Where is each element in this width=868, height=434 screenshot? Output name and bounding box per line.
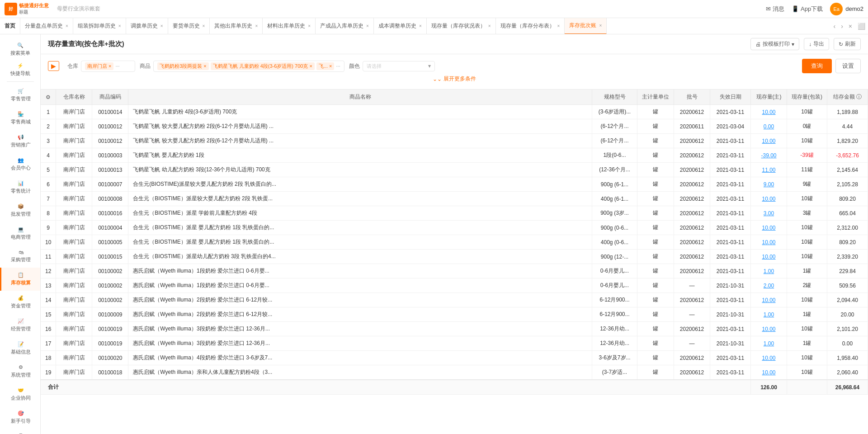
- tab-diaobo[interactable]: 调拨单历史 ×: [126, 18, 168, 34]
- tab-pici[interactable]: 库存批次账 ×: [565, 18, 607, 34]
- sidebar-item-search[interactable]: 🔍 搜索英单: [0, 39, 40, 60]
- sidebar-item-inventory[interactable]: 📋 库存核算: [0, 268, 40, 291]
- cell-unit: 罐: [637, 119, 674, 134]
- tab-fenpan-close[interactable]: ×: [66, 24, 68, 28]
- tab-zuchai-close[interactable]: ×: [118, 24, 121, 28]
- cell-expire: 2021-10-31: [710, 278, 751, 293]
- cell-stock-main[interactable]: 11.00: [751, 163, 787, 177]
- tab-xiancun-fen[interactable]: 现存量（库存分布表） ×: [496, 18, 565, 34]
- cell-stock-main[interactable]: 10.00: [751, 351, 787, 365]
- cell-stock-main[interactable]: 10.00: [751, 293, 787, 307]
- sidebar-item-ecommerce[interactable]: 💻 电商管理: [0, 222, 40, 245]
- cell-unit: 罐: [637, 105, 674, 119]
- cell-amount: 2,339.20: [827, 250, 868, 264]
- tab-pici-close[interactable]: ×: [599, 23, 602, 28]
- cell-stock-main[interactable]: 0.00: [751, 119, 787, 134]
- tab-qita[interactable]: 其他出库单历史 ×: [210, 18, 263, 34]
- tab-chengben-close[interactable]: ×: [419, 24, 422, 28]
- cell-stock-main[interactable]: 10.00: [751, 221, 787, 235]
- cell-stock-main[interactable]: 10.00: [751, 365, 787, 380]
- tab-fenpan[interactable]: 分量盘点单历史 ×: [20, 18, 73, 34]
- cell-stock-main[interactable]: 9.00: [751, 177, 787, 192]
- tab-nav-left[interactable]: ‹: [830, 23, 838, 30]
- message-btn[interactable]: ✉ 消息: [766, 5, 784, 13]
- tab-cailiao[interactable]: 材料出库单历史 ×: [263, 18, 316, 34]
- cell-unit: 罐: [637, 365, 674, 380]
- sidebar-item-corp[interactable]: 🤝 企业协同: [0, 383, 40, 406]
- sidebar-item-retail[interactable]: 🛒 零售管理: [0, 84, 40, 107]
- sidebar-item-retail-shop[interactable]: 🏪 零售商城: [0, 107, 40, 130]
- cell-stock-main[interactable]: 2.00: [751, 278, 787, 293]
- sidebar-quicknav-label: 快捷导航: [10, 70, 30, 77]
- sidebar-item-operation[interactable]: 📈 经营管理: [0, 314, 40, 337]
- th-settings[interactable]: ⚙: [41, 90, 56, 105]
- sidebar-item-guide[interactable]: 🎯 新手引导: [0, 406, 40, 429]
- cell-stock-main[interactable]: 10.00: [751, 192, 787, 206]
- tab-xiancun-zhuang-close[interactable]: ×: [488, 24, 491, 28]
- product-tag-2-remove[interactable]: ×: [309, 63, 312, 69]
- refresh-btn[interactable]: ↻ 刷新: [834, 38, 861, 50]
- tab-yaohuo[interactable]: 要货单历史 ×: [168, 18, 210, 34]
- cell-name: 惠氏启赋（Wyeth illuma）2段奶粉 爱尔兰进口 6-12月较...: [128, 293, 592, 307]
- tab-diaobo-close[interactable]: ×: [160, 24, 163, 28]
- cell-stock-main[interactable]: 10.00: [751, 134, 787, 148]
- settings-btn[interactable]: 设置: [835, 59, 861, 73]
- cell-unit: 罐: [637, 250, 674, 264]
- app-download-btn[interactable]: 📱 App下载: [792, 5, 823, 13]
- tab-chengben[interactable]: 成本调整单历史 ×: [374, 18, 427, 34]
- tab-chanpin-close[interactable]: ×: [366, 24, 369, 28]
- tab-yaohuo-close[interactable]: ×: [203, 24, 205, 28]
- sidebar-item-finance[interactable]: 💰 资金管理: [0, 291, 40, 314]
- cell-stock-main[interactable]: 3.00: [751, 206, 787, 221]
- sidebar-item-purchase[interactable]: 🛍 采购管理: [0, 245, 40, 268]
- cell-stock-main[interactable]: 10.00: [751, 235, 787, 250]
- export-btn[interactable]: ↓ 导出: [804, 38, 829, 50]
- product-tag-1-remove[interactable]: ×: [203, 63, 206, 69]
- sidebar-item-basic[interactable]: 📝 基础信息: [0, 337, 40, 360]
- tab-cailiao-close[interactable]: ×: [308, 24, 311, 28]
- query-btn[interactable]: 查询: [802, 59, 832, 73]
- sidebar-item-retail-stat[interactable]: 📊 零售统计: [0, 176, 40, 199]
- warehouse-tag-remove[interactable]: ×: [108, 63, 111, 69]
- tab-zuchai[interactable]: 组装拆卸单历史 ×: [73, 18, 126, 34]
- tab-nav-right[interactable]: ›: [838, 23, 846, 30]
- color-tag-container[interactable]: 请选择 ▾: [363, 61, 435, 71]
- product-tag-container[interactable]: 飞鹤奶粉3段两提装 × 飞鹤星飞帆 儿童奶粉 4段(3-6岁适用) 700克 ×…: [153, 61, 344, 72]
- tab-chanpin[interactable]: 产成品入库单历史 ×: [316, 18, 374, 34]
- cell-expire: 2021-03-11: [710, 322, 751, 336]
- cell-stock-main[interactable]: -39.00: [751, 148, 787, 163]
- sidebar-item-marketing[interactable]: 📢 营销推广: [0, 130, 40, 153]
- th-batch: 批号: [674, 90, 710, 105]
- expand-more-conditions[interactable]: ⌄⌄ 展开更多条件: [48, 73, 861, 85]
- cell-stock-main[interactable]: 1.00: [751, 336, 787, 351]
- sidebar-item-system[interactable]: ⚙ 系统管理: [0, 360, 40, 383]
- product-tag-3-remove[interactable]: ×: [329, 63, 332, 69]
- cell-expire: 2021-03-11: [710, 105, 751, 119]
- print-btn[interactable]: 🖨 按模板打印 ▾: [750, 38, 799, 50]
- warehouse-tag-container[interactable]: 南岸门店 × ···: [81, 61, 135, 72]
- cell-stock-main[interactable]: 10.00: [751, 250, 787, 264]
- expand-arrow[interactable]: ▶: [48, 61, 59, 71]
- cell-code: 00100002: [92, 293, 128, 307]
- cell-stock-main[interactable]: 1.00: [751, 307, 787, 322]
- sidebar-item-wholesale[interactable]: 📦 批发管理: [0, 199, 40, 222]
- cell-stock-main[interactable]: 10.00: [751, 322, 787, 336]
- sidebar-item-appcenter[interactable]: 📱 应用中心: [0, 429, 40, 434]
- cell-num: 9: [41, 221, 56, 235]
- tab-home[interactable]: 首页: [0, 18, 20, 34]
- expand-more-label: 展开更多条件: [443, 75, 476, 83]
- tab-qita-close[interactable]: ×: [255, 24, 258, 28]
- sidebar-item-member[interactable]: 👥 会员中心: [0, 153, 40, 176]
- tab-close-all[interactable]: ×: [846, 23, 855, 30]
- print-icon: 🖨: [755, 41, 761, 47]
- cell-stock-main[interactable]: 1.00: [751, 264, 787, 278]
- cell-unit: 罐: [637, 322, 674, 336]
- tab-xiancun-zhuang[interactable]: 现存量（库存状况表） ×: [427, 18, 496, 34]
- cell-stock-main[interactable]: 10.00: [751, 105, 787, 119]
- tab-maximize[interactable]: ⬜: [855, 23, 868, 30]
- cell-num: 11: [41, 250, 56, 264]
- user-info[interactable]: Ea demo2: [830, 3, 863, 15]
- tab-fenpan-label: 分量盘点单历史: [25, 22, 63, 30]
- sidebar-item-quicknav[interactable]: ⚡ 快捷导航: [0, 60, 40, 80]
- tab-xiancun-fen-close[interactable]: ×: [557, 24, 560, 28]
